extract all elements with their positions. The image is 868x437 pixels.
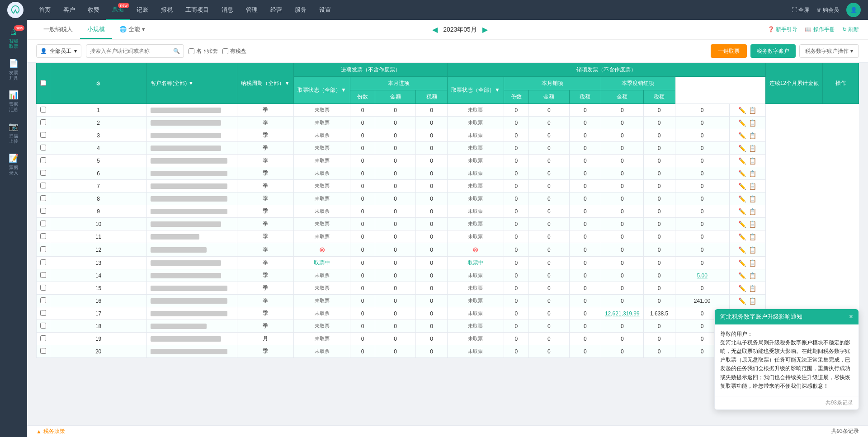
copy-icon[interactable]: 📋 bbox=[749, 107, 756, 114]
row-checkbox[interactable] bbox=[40, 208, 46, 214]
edit-icon[interactable]: ✏️ bbox=[738, 132, 746, 139]
nav-operation[interactable]: 经营 bbox=[264, 0, 288, 20]
copy-icon[interactable]: 📋 bbox=[749, 119, 756, 127]
edit-icon[interactable]: ✏️ bbox=[738, 183, 746, 190]
edit-icon[interactable]: ✏️ bbox=[738, 107, 746, 114]
manual-link[interactable]: 📖 操作手册 bbox=[805, 26, 835, 33]
row-checkbox[interactable] bbox=[40, 323, 46, 329]
tab-all[interactable]: 🌐 全能 ▾ bbox=[112, 21, 152, 39]
row-checkbox[interactable] bbox=[40, 285, 46, 291]
edit-icon[interactable]: ✏️ bbox=[738, 157, 746, 164]
search-icon[interactable]: 🔍 bbox=[173, 48, 180, 54]
row-checkbox[interactable] bbox=[40, 348, 46, 354]
row-checkbox[interactable] bbox=[40, 183, 46, 188]
edit-icon[interactable]: ✏️ bbox=[738, 259, 746, 267]
row-checkbox[interactable] bbox=[40, 195, 46, 201]
checkbox-taxdisk[interactable]: 有税盘 bbox=[222, 47, 246, 55]
row-checkbox[interactable] bbox=[40, 246, 46, 252]
edit-icon[interactable]: ✏️ bbox=[738, 221, 746, 228]
select-all-checkbox[interactable] bbox=[40, 80, 46, 86]
refresh-link[interactable]: ↻ 刷新 bbox=[842, 26, 859, 33]
copy-icon[interactable]: 📋 bbox=[749, 233, 756, 240]
sidebar-item-open-invoice[interactable]: 📄 发票开具 bbox=[1, 55, 26, 85]
copy-icon[interactable]: 📋 bbox=[749, 170, 756, 177]
digital-account-btn[interactable]: 税务数字账户 bbox=[750, 44, 796, 58]
digital-account-op-btn[interactable]: 税务数字账户操作 ▾ bbox=[799, 44, 859, 58]
edit-icon[interactable]: ✏️ bbox=[738, 195, 746, 202]
row-checkbox[interactable] bbox=[40, 107, 46, 113]
copy-icon[interactable]: 📋 bbox=[749, 145, 756, 152]
tab-small[interactable]: 小规模 bbox=[80, 21, 112, 39]
copy-icon[interactable]: 📋 bbox=[749, 246, 756, 254]
nav-accounting[interactable]: 记账 bbox=[130, 0, 155, 20]
col-header-period[interactable]: 纳税周期（全部）▼ bbox=[237, 63, 294, 104]
copy-icon[interactable]: 📋 bbox=[749, 195, 756, 202]
edit-icon[interactable]: ✏️ bbox=[738, 297, 746, 305]
nav-fee[interactable]: 收费 bbox=[81, 0, 106, 20]
row-checkbox[interactable] bbox=[40, 335, 46, 341]
search-input[interactable] bbox=[90, 48, 171, 54]
row-checkbox[interactable] bbox=[40, 310, 46, 316]
edit-icon[interactable]: ✏️ bbox=[738, 145, 746, 152]
notification-close-btn[interactable]: × bbox=[849, 313, 853, 321]
col-header-name[interactable]: 客户名称(全部) ▼ bbox=[147, 63, 237, 104]
vip-btn[interactable]: ♛ 购会员 bbox=[816, 6, 839, 14]
cumul-value[interactable]: 5.00 bbox=[697, 273, 707, 279]
sidebar-item-invoice-summary[interactable]: 📊 票据汇总 bbox=[1, 86, 26, 116]
nav-customer[interactable]: 客户 bbox=[57, 0, 81, 20]
edit-icon[interactable]: ✏️ bbox=[738, 285, 746, 292]
row-checkbox[interactable] bbox=[40, 272, 46, 278]
tab-general[interactable]: 一般纳税人 bbox=[36, 21, 80, 39]
prev-month-btn[interactable]: ◀ bbox=[432, 25, 438, 34]
row-checkbox[interactable] bbox=[40, 170, 46, 176]
copy-icon[interactable]: 📋 bbox=[749, 221, 756, 228]
row-checkbox[interactable] bbox=[40, 259, 46, 265]
nav-business[interactable]: 工商项目 bbox=[179, 0, 215, 20]
sidebar-item-scan-upload[interactable]: 📷 扫描上传 bbox=[1, 118, 26, 148]
row-checkbox[interactable] bbox=[40, 119, 46, 125]
next-month-btn[interactable]: ▶ bbox=[482, 25, 488, 34]
nav-invoice[interactable]: 票据 new bbox=[106, 0, 130, 20]
sidebar-item-smart-invoice[interactable]: 🖨 智能取票 new bbox=[1, 23, 26, 53]
copy-icon[interactable]: 📋 bbox=[749, 272, 756, 279]
copy-icon[interactable]: 📋 bbox=[749, 208, 756, 215]
edit-icon[interactable]: ✏️ bbox=[738, 119, 746, 127]
copy-icon[interactable]: 📋 bbox=[749, 297, 756, 305]
row-checkbox[interactable] bbox=[40, 233, 46, 239]
settings-icon[interactable]: ⚙ bbox=[96, 80, 101, 87]
copy-icon[interactable]: 📋 bbox=[749, 132, 756, 139]
row-checkbox[interactable] bbox=[40, 157, 46, 163]
copy-icon[interactable]: 📋 bbox=[749, 285, 756, 292]
nav-message[interactable]: 消息 bbox=[215, 0, 240, 20]
tax-policy-link[interactable]: ▲ 税务政策 bbox=[36, 428, 65, 435]
edit-icon[interactable]: ✏️ bbox=[738, 208, 746, 215]
sidebar-item-invoice-entry[interactable]: 📝 票据录入 bbox=[1, 150, 26, 179]
edit-icon[interactable]: ✏️ bbox=[738, 170, 746, 177]
nav-settings[interactable]: 设置 bbox=[313, 0, 337, 20]
copy-icon[interactable]: 📋 bbox=[749, 157, 756, 164]
nav-tax[interactable]: 报税 bbox=[155, 0, 179, 20]
new-guide-link[interactable]: ❓ 新手引导 bbox=[768, 26, 797, 33]
edit-icon[interactable]: ✏️ bbox=[738, 233, 746, 240]
edit-icon[interactable]: ✏️ bbox=[738, 272, 746, 279]
user-avatar[interactable]: 👤 bbox=[846, 3, 861, 17]
checkbox-account[interactable]: 名下账套 bbox=[189, 47, 218, 55]
row-checkbox[interactable] bbox=[40, 221, 46, 226]
copy-icon[interactable]: 📋 bbox=[749, 183, 756, 190]
row-in-tax-cell: 0 bbox=[416, 295, 448, 307]
copy-icon[interactable]: 📋 bbox=[749, 259, 756, 267]
employee-select[interactable]: 👤 全部员工 ▾ bbox=[36, 44, 81, 58]
col-header-out-status[interactable]: 取票状态（全部）▼ bbox=[448, 77, 504, 104]
nav-service[interactable]: 服务 bbox=[288, 0, 313, 20]
row-checkbox[interactable] bbox=[40, 297, 46, 303]
one-click-invoice-btn[interactable]: 一键取票 bbox=[711, 44, 747, 58]
nav-manage[interactable]: 管理 bbox=[240, 0, 264, 20]
nav-home[interactable]: 首页 bbox=[33, 0, 57, 20]
row-checkbox[interactable] bbox=[40, 132, 46, 138]
edit-icon[interactable]: ✏️ bbox=[738, 246, 746, 254]
row-checkbox[interactable] bbox=[40, 145, 46, 150]
fullscreen-btn[interactable]: ⛶ 全屏 bbox=[792, 6, 809, 14]
account-checkbox[interactable] bbox=[189, 48, 194, 54]
taxdisk-checkbox[interactable] bbox=[222, 48, 228, 54]
col-header-in-status[interactable]: 取票状态（全部）▼ bbox=[294, 77, 350, 104]
